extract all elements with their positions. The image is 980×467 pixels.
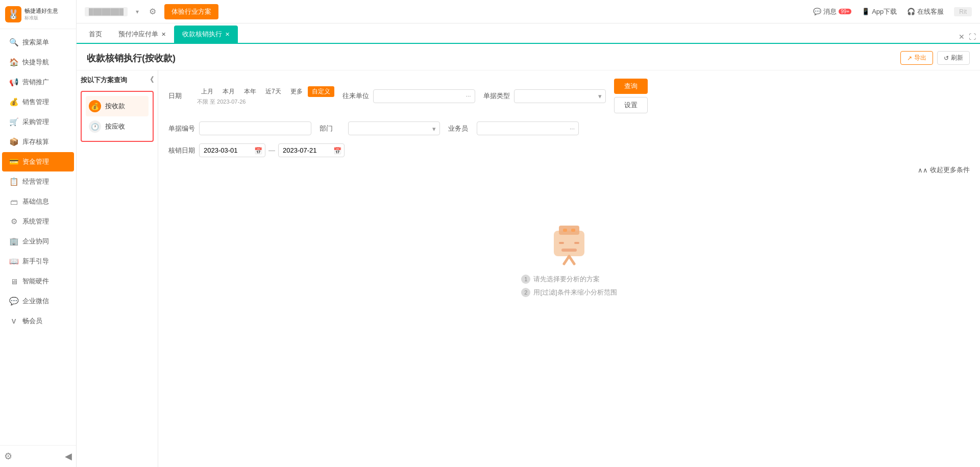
topbar-user[interactable]: Rit	[954, 7, 972, 16]
marketing-icon: 📢	[9, 78, 18, 87]
doc-type-label: 单据类型	[483, 91, 510, 101]
tip-text-2: 用[过滤]条件来缩小分析范围	[533, 286, 617, 299]
content-area: 按以下方案查询 《 💰 按收款 🕐 按应收 日期	[77, 70, 980, 467]
department-select[interactable]	[348, 121, 440, 135]
query-button[interactable]: 查询	[614, 79, 648, 94]
home-icon: 🏠	[9, 58, 18, 67]
system-icon: ⚙	[9, 217, 18, 226]
filter-panel-title: 按以下方案查询	[81, 76, 127, 85]
date-options-wrap: 上月 本月 本年 近7天 更多 自定义 不限 至 2023-07-26	[197, 86, 334, 106]
date-opt-7days[interactable]: 近7天	[261, 86, 285, 97]
sidebar-item-basic[interactable]: 🗃 基础信息	[2, 192, 74, 211]
query-area: 日期 上月 本月 本年 近7天 更多 自定义 不限 至 2023-07-26	[158, 70, 980, 467]
app-download-label: App下载	[872, 7, 897, 16]
tab-fullscreen-icon[interactable]: ⛶	[969, 33, 976, 41]
verify-date-field: 核销日期 —	[168, 143, 345, 157]
sidebar-item-business[interactable]: 📋 经营管理	[2, 172, 74, 191]
collapse-label: 收起更多条件	[930, 165, 970, 175]
sidebar-collapse-icon[interactable]: ◀	[65, 451, 72, 462]
sidebar-item-wechat[interactable]: 💬 企业微信	[2, 291, 74, 311]
sidebar-item-guide[interactable]: 📖 新手引导	[2, 252, 74, 271]
app-name: 畅捷通好生意	[24, 7, 58, 14]
sidebar-item-quicknav[interactable]: 🏠 快捷导航	[2, 53, 74, 72]
tab-label: 首页	[89, 30, 102, 39]
sidebar-item-system[interactable]: ⚙ 系统管理	[2, 212, 74, 231]
empty-illustration	[544, 215, 595, 266]
topbar-app-download[interactable]: 📱 App下载	[862, 7, 897, 16]
tab-label: 收款核销执行	[182, 30, 222, 39]
query-row-3: 核销日期 —	[168, 143, 970, 157]
verify-date-end-input[interactable]	[278, 143, 345, 157]
sidebar-item-member[interactable]: V 畅会员	[2, 311, 74, 331]
funds-icon: 💳	[9, 157, 18, 166]
filter-collapse-icon[interactable]: 《	[146, 76, 154, 85]
svg-rect-1	[559, 226, 579, 235]
solution-button[interactable]: 体验行业方案	[164, 4, 218, 19]
sidebar-item-hardware[interactable]: 🖥 智能硬件	[2, 272, 74, 291]
counterpart-input[interactable]	[373, 89, 475, 103]
sidebar-item-label: 基础信息	[22, 197, 49, 206]
collapse-chevron-icon: ∧∧	[918, 166, 928, 174]
sidebar-item-funds[interactable]: 💳 资金管理	[2, 152, 74, 171]
svg-rect-2	[563, 229, 567, 232]
tab-home[interactable]: 首页	[81, 26, 110, 43]
topbar-gear-icon[interactable]: ⚙	[149, 7, 156, 16]
sidebar-item-marketing[interactable]: 📢 营销推广	[2, 72, 74, 92]
tab-close-icon[interactable]: ✕	[225, 31, 230, 38]
tab-collection[interactable]: 收款核销执行 ✕	[174, 26, 238, 43]
message-badge: 99+	[839, 9, 851, 14]
sidebar-settings-icon[interactable]: ⚙	[4, 451, 12, 462]
sidebar-item-label: 快捷导航	[22, 58, 49, 67]
topbar-right: 💬 消息 99+ 📱 App下载 🎧 在线客服 Rit	[813, 7, 972, 16]
empty-state: 1 请先选择要分析的方案 2 用[过滤]条件来缩小分析范围	[168, 175, 970, 340]
date-options: 上月 本月 本年 近7天 更多 自定义	[197, 86, 334, 97]
date-custom-badge[interactable]: 自定义	[308, 86, 334, 97]
sidebar-item-purchase[interactable]: 🛒 采购管理	[2, 112, 74, 132]
basic-icon: 🗃	[9, 198, 18, 206]
date-opt-last-month[interactable]: 上月	[197, 86, 217, 97]
date-opt-this-year[interactable]: 本年	[240, 86, 260, 97]
sidebar-item-enterprise[interactable]: 🏢 企业协同	[2, 232, 74, 251]
verify-date-start-input[interactable]	[199, 143, 265, 157]
topbar-chevron-icon[interactable]: ▾	[136, 8, 139, 15]
tab-close-icon[interactable]: ✕	[161, 31, 166, 38]
collapse-more-conditions[interactable]: ∧∧ 收起更多条件	[168, 165, 970, 175]
salesperson-input-wrap	[477, 121, 579, 135]
topbar-message[interactable]: 💬 消息 99+	[813, 7, 851, 16]
sidebar-item-label: 搜索菜单	[22, 38, 49, 47]
filter-panel-header: 按以下方案查询 《	[81, 76, 154, 85]
date-opt-this-month[interactable]: 本月	[218, 86, 239, 97]
settings-button[interactable]: 设置	[614, 97, 648, 113]
main-content: ████████ ▾ ⚙ 体验行业方案 💬 消息 99+ 📱 App下载 🎧 在…	[77, 0, 980, 467]
doc-number-input[interactable]	[199, 121, 311, 135]
sidebar-item-label: 经营管理	[22, 177, 49, 186]
page-header-actions: ↗ 导出 ↺ 刷新	[900, 51, 970, 70]
topbar-brand: ████████	[85, 7, 128, 16]
query-actions: 查询 设置	[614, 79, 648, 113]
refresh-button[interactable]: ↺ 刷新	[937, 51, 970, 65]
logo-text-wrap: 畅捷通好生意 标准版	[24, 7, 58, 21]
sidebar-item-search[interactable]: 🔍 搜索菜单	[2, 33, 74, 52]
svg-rect-6	[561, 249, 577, 252]
department-field: 部门	[320, 121, 440, 135]
export-button[interactable]: ↗ 导出	[900, 51, 933, 65]
date-no-limit: 不限 至 2023-07-26	[197, 98, 334, 106]
sidebar-item-label: 新手引导	[22, 257, 49, 266]
sidebar-item-label: 销售管理	[22, 97, 49, 107]
filter-option-by-receivable[interactable]: 🕐 按应收	[86, 116, 149, 137]
sidebar-item-sales[interactable]: 💰 销售管理	[2, 92, 74, 112]
topbar-online-service[interactable]: 🎧 在线客服	[907, 7, 944, 16]
date-opt-more[interactable]: 更多	[286, 86, 307, 97]
tip-num-1: 1	[521, 275, 530, 284]
tab-close-all-icon[interactable]: ✕	[959, 33, 965, 41]
verify-date-label: 核销日期	[168, 146, 195, 155]
tab-prepay[interactable]: 预付冲应付单 ✕	[110, 26, 174, 43]
tip-text-1: 请先选择要分析的方案	[533, 273, 600, 286]
sidebar-item-inventory[interactable]: 📦 库存核算	[2, 132, 74, 152]
salesperson-input[interactable]	[477, 121, 579, 135]
filter-options-box: 💰 按收款 🕐 按应收	[81, 91, 154, 142]
filter-option-by-collection[interactable]: 💰 按收款	[86, 96, 149, 116]
svg-line-8	[569, 256, 574, 264]
doc-type-select[interactable]	[514, 89, 606, 103]
svg-rect-3	[571, 229, 575, 232]
